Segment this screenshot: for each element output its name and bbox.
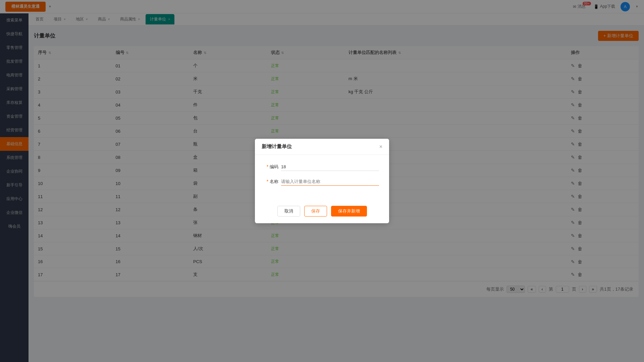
code-label: 编码 bbox=[265, 164, 278, 170]
dialog-header: 新增计量单位 × bbox=[255, 139, 389, 155]
form-row-code: 编码 bbox=[265, 163, 379, 171]
save-and-new-button[interactable]: 保存并新增 bbox=[331, 206, 367, 217]
modal-overlay[interactable]: 新增计量单位 × 编码 名称 取消 保存 保存并新增 bbox=[0, 0, 644, 362]
dialog-footer: 取消 保存 保存并新增 bbox=[255, 200, 389, 223]
dialog-title: 新增计量单位 bbox=[262, 143, 292, 150]
name-label: 名称 bbox=[265, 179, 278, 185]
code-input[interactable] bbox=[281, 163, 379, 171]
save-button[interactable]: 保存 bbox=[304, 206, 327, 217]
dialog-body: 编码 名称 bbox=[255, 155, 389, 200]
name-input[interactable] bbox=[281, 178, 379, 186]
dialog-close-button[interactable]: × bbox=[379, 144, 382, 149]
form-row-name: 名称 bbox=[265, 178, 379, 186]
dialog: 新增计量单位 × 编码 名称 取消 保存 保存并新增 bbox=[255, 139, 389, 223]
cancel-button[interactable]: 取消 bbox=[277, 206, 300, 217]
